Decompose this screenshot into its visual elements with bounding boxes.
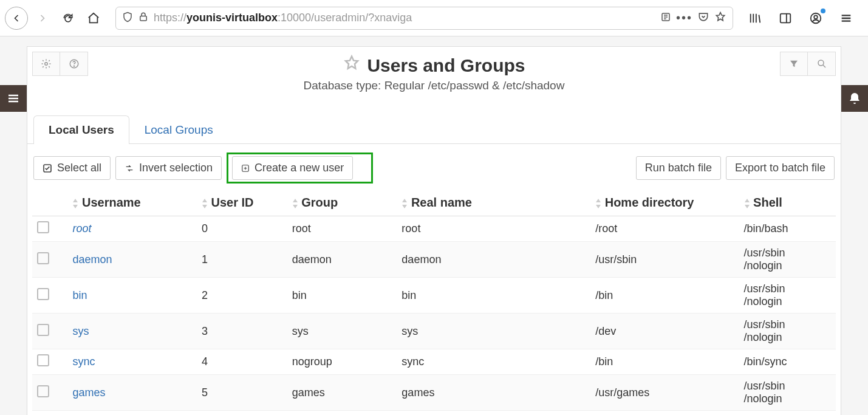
menu-icon[interactable] bbox=[835, 7, 857, 29]
col-username[interactable]: Username bbox=[67, 190, 197, 216]
back-button[interactable] bbox=[5, 7, 28, 30]
select-all-button[interactable]: Select all bbox=[33, 156, 111, 180]
pocket-icon[interactable] bbox=[697, 11, 709, 26]
row-checkbox[interactable] bbox=[37, 221, 49, 233]
cell-real: root bbox=[397, 216, 590, 242]
sort-icon bbox=[202, 196, 208, 210]
library-icon[interactable] bbox=[744, 7, 766, 29]
row-checkbox[interactable] bbox=[37, 385, 49, 397]
svg-point-7 bbox=[73, 66, 74, 66]
table-row: bin2binbin/bin/usr/sbin/nologin bbox=[32, 278, 836, 314]
table-row: games5gamesgames/usr/games/usr/sbin/nolo… bbox=[32, 375, 836, 411]
cell-group: bin bbox=[287, 278, 397, 314]
col-shell[interactable]: Shell bbox=[739, 190, 836, 216]
url-text: https://younis-virtualbox:10000/useradmi… bbox=[154, 12, 655, 24]
cell-real: sys bbox=[397, 314, 590, 349]
username-link[interactable]: bin bbox=[67, 278, 197, 314]
table-row: man6manman/var/cache/man/usr/sbin/nologi… bbox=[32, 411, 836, 416]
page-action-icon[interactable] bbox=[660, 12, 671, 25]
favorite-star-icon[interactable] bbox=[343, 54, 361, 77]
cell-home: /dev bbox=[590, 314, 739, 349]
tab-strip: Local Users Local Groups bbox=[27, 96, 841, 144]
sort-icon bbox=[744, 196, 750, 210]
reload-button[interactable] bbox=[57, 7, 79, 29]
home-button[interactable] bbox=[83, 7, 104, 29]
cell-real: sync bbox=[397, 349, 590, 375]
create-user-button[interactable]: Create a new user bbox=[232, 156, 353, 180]
cell-real: games bbox=[397, 375, 590, 411]
username-link[interactable]: sync bbox=[67, 349, 197, 375]
cell-shell: /usr/sbin/nologin bbox=[739, 278, 836, 314]
lock-warning-icon[interactable] bbox=[138, 12, 149, 25]
cell-home: /bin bbox=[590, 349, 739, 375]
shield-icon[interactable] bbox=[122, 12, 133, 25]
forward-button[interactable] bbox=[32, 7, 53, 29]
create-user-highlight: Create a new user bbox=[227, 153, 373, 183]
toolbar-right bbox=[744, 7, 863, 29]
invert-selection-button[interactable]: Invert selection bbox=[115, 156, 222, 180]
row-checkbox[interactable] bbox=[37, 324, 49, 336]
cell-home: /var/cache/man bbox=[590, 411, 739, 416]
help-button[interactable] bbox=[60, 52, 88, 76]
cell-real: daemon bbox=[397, 242, 590, 278]
col-group[interactable]: Group bbox=[287, 190, 397, 216]
bookmark-star-icon[interactable] bbox=[714, 11, 726, 26]
ellipsis-icon[interactable]: ••• bbox=[676, 11, 692, 25]
col-realname[interactable]: Real name bbox=[397, 190, 590, 216]
username-link[interactable]: games bbox=[67, 375, 197, 411]
sort-icon bbox=[402, 196, 408, 210]
browser-toolbar: https://younis-virtualbox:10000/useradmi… bbox=[0, 0, 868, 36]
username-link[interactable]: daemon bbox=[67, 242, 197, 278]
cell-shell: /bin/sync bbox=[739, 349, 836, 375]
col-userid[interactable]: User ID bbox=[197, 190, 287, 216]
svg-point-8 bbox=[818, 60, 824, 66]
users-table: Username User ID Group Real name bbox=[32, 190, 836, 415]
username-link[interactable]: sys bbox=[67, 314, 197, 349]
cell-home: /usr/sbin bbox=[590, 242, 739, 278]
cell-group: man bbox=[287, 411, 397, 416]
account-icon[interactable] bbox=[805, 7, 827, 29]
cell-uid: 5 bbox=[197, 375, 287, 411]
page-subtitle: Database type: Regular /etc/passwd & /et… bbox=[36, 79, 832, 92]
url-bar[interactable]: https://younis-virtualbox:10000/useradmi… bbox=[115, 7, 733, 30]
tab-local-users[interactable]: Local Users bbox=[33, 115, 129, 144]
cell-uid: 0 bbox=[197, 216, 287, 242]
cell-uid: 4 bbox=[197, 349, 287, 375]
username-link[interactable]: root bbox=[67, 216, 197, 242]
cell-group: games bbox=[287, 375, 397, 411]
filter-button[interactable] bbox=[780, 52, 808, 76]
col-home[interactable]: Home directory bbox=[590, 190, 739, 216]
row-checkbox[interactable] bbox=[37, 288, 49, 300]
page-title: Users and Groups bbox=[343, 54, 525, 77]
svg-rect-2 bbox=[781, 13, 791, 22]
svg-point-5 bbox=[45, 63, 48, 66]
username-link[interactable]: man bbox=[67, 411, 197, 416]
sort-icon bbox=[595, 196, 601, 210]
cell-uid: 1 bbox=[197, 242, 287, 278]
cell-real: man bbox=[397, 411, 590, 416]
export-batch-button[interactable]: Export to batch file bbox=[726, 156, 835, 180]
module-config-button[interactable] bbox=[32, 52, 60, 76]
row-checkbox[interactable] bbox=[37, 252, 49, 264]
svg-rect-0 bbox=[140, 16, 147, 21]
search-button[interactable] bbox=[808, 52, 836, 76]
left-side-menu-icon[interactable] bbox=[0, 85, 27, 112]
notifications-bell-icon[interactable] bbox=[841, 85, 868, 112]
cell-shell: /bin/bash bbox=[739, 216, 836, 242]
table-row: sync4nogroupsync/bin/bin/sync bbox=[32, 349, 836, 375]
tab-local-groups[interactable]: Local Groups bbox=[129, 115, 228, 144]
run-batch-button[interactable]: Run batch file bbox=[636, 156, 721, 180]
page-card: Users and Groups Database type: Regular … bbox=[27, 46, 841, 415]
action-bar: Select all Invert selection Create a new… bbox=[27, 144, 841, 190]
sidebar-icon[interactable] bbox=[774, 7, 796, 29]
cell-home: /bin bbox=[590, 278, 739, 314]
cell-group: root bbox=[287, 216, 397, 242]
row-checkbox[interactable] bbox=[37, 354, 49, 366]
svg-point-4 bbox=[814, 15, 818, 19]
cell-group: nogroup bbox=[287, 349, 397, 375]
cell-uid: 3 bbox=[197, 314, 287, 349]
cell-shell: /usr/sbin/nologin bbox=[739, 242, 836, 278]
table-row: root0rootroot/root/bin/bash bbox=[32, 216, 836, 242]
table-row: daemon1daemondaemon/usr/sbin/usr/sbin/no… bbox=[32, 242, 836, 278]
sort-icon bbox=[72, 196, 78, 210]
